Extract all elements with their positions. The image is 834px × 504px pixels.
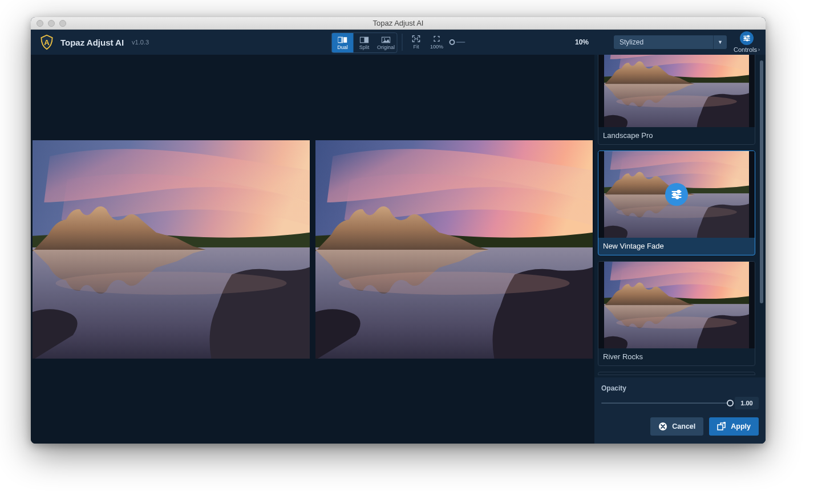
preset-category-value: Stylized: [620, 38, 643, 46]
chevron-down-icon: ▼: [713, 35, 727, 49]
sliders-icon: [740, 31, 754, 45]
svg-rect-7: [338, 37, 342, 43]
zoom-fit-label: Fit: [414, 44, 419, 50]
preset-sidebar: Landscape Pro New Vintage Fade Ri: [594, 55, 766, 444]
opacity-label: Opacity: [601, 384, 759, 392]
view-mode-group: Dual Split Original: [331, 32, 398, 53]
separator: [402, 34, 403, 51]
zoom-slider[interactable]: [450, 39, 465, 45]
app-name: Topaz Adjust AI: [60, 38, 124, 47]
preset-item[interactable]: River Rocks: [598, 261, 755, 366]
svg-point-13: [384, 38, 385, 39]
svg-point-19: [746, 39, 748, 41]
view-original-label: Original: [377, 44, 395, 50]
preset-label: New Vintage Fade: [598, 238, 755, 255]
view-dual-label: Dual: [337, 44, 348, 50]
preset-item[interactable]: New Vintage Fade: [598, 151, 755, 255]
svg-point-17: [747, 35, 749, 37]
controls-label: Controls: [734, 46, 757, 53]
preset-thumbnail: [598, 262, 755, 348]
image-canvas[interactable]: [31, 55, 594, 444]
svg-rect-27: [718, 425, 723, 430]
apply-label: Apply: [731, 422, 751, 430]
view-split-label: Split: [359, 44, 370, 50]
mac-titlebar[interactable]: Topaz Adjust AI: [31, 17, 766, 30]
svg-rect-11: [365, 37, 369, 43]
zoom-percent: 10%: [575, 38, 589, 46]
window-title: Topaz Adjust AI: [31, 19, 766, 27]
controls-toggle-button[interactable]: Controls›: [734, 31, 760, 53]
preset-item[interactable]: [598, 372, 755, 375]
preset-item[interactable]: Landscape Pro: [598, 55, 755, 145]
zoom-fit-button[interactable]: Fit: [407, 35, 426, 50]
app-window: Topaz Adjust AI A Topaz Adjust AI v1.0.3…: [31, 17, 766, 444]
preset-thumbnail: [598, 55, 755, 127]
zoom-100-label: 100%: [430, 44, 443, 50]
cancel-label: Cancel: [672, 422, 695, 430]
opacity-slider[interactable]: [601, 403, 730, 404]
svg-rect-8: [343, 37, 347, 43]
chevron-right-icon: ›: [758, 47, 760, 52]
preset-label: Landscape Pro: [598, 127, 755, 144]
view-split-button[interactable]: Split: [354, 33, 375, 52]
preset-list[interactable]: Landscape Pro New Vintage Fade Ri: [594, 55, 766, 377]
svg-point-25: [676, 196, 679, 199]
preview-original: [33, 140, 310, 359]
apply-button[interactable]: Apply: [709, 417, 759, 436]
svg-text:A: A: [44, 38, 50, 47]
close-icon: [658, 422, 667, 431]
opacity-value: 1.00: [735, 397, 759, 409]
cancel-button[interactable]: Cancel: [650, 417, 703, 436]
zoom-group: Fit 100%: [407, 32, 465, 52]
apply-icon: [717, 422, 726, 431]
preset-label: River Rocks: [598, 348, 755, 365]
svg-point-24: [673, 193, 676, 196]
sidebar-footer: Opacity 1.00 Cancel Apply: [594, 377, 766, 444]
app-header: A Topaz Adjust AI v1.0.3 Dual Split Orig…: [31, 30, 766, 55]
sliders-icon[interactable]: [665, 183, 688, 206]
svg-point-18: [744, 38, 746, 39]
app-version: v1.0.3: [132, 39, 149, 46]
scrollbar[interactable]: [760, 60, 763, 372]
svg-point-23: [678, 190, 681, 193]
preview-adjusted: [315, 140, 593, 359]
preset-thumbnail: [598, 151, 755, 238]
view-dual-button[interactable]: Dual: [332, 33, 354, 52]
app-logo-icon: A: [39, 34, 55, 50]
zoom-100-button[interactable]: 100%: [428, 35, 446, 50]
preset-category-select[interactable]: Stylized ▼: [614, 35, 727, 49]
view-original-button[interactable]: Original: [375, 33, 397, 52]
